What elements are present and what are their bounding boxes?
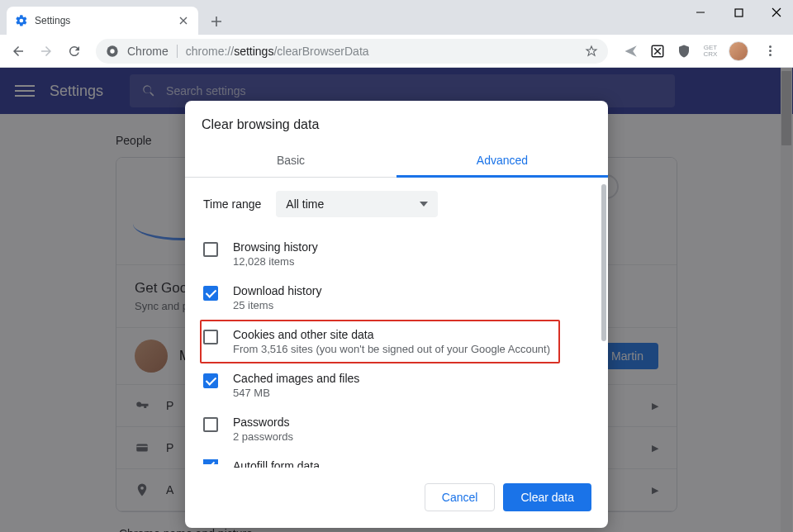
checkbox-cached[interactable] <box>203 373 218 388</box>
address-bar[interactable]: Chrome chrome://settings/clearBrowserDat… <box>96 39 608 64</box>
item-browsing-history[interactable]: Browsing history12,028 items <box>200 232 603 276</box>
forward-button[interactable] <box>35 40 58 63</box>
omnibox-url: chrome://settings/clearBrowserData <box>186 45 577 58</box>
extension-icon-shield[interactable] <box>676 43 692 59</box>
item-cached[interactable]: Cached images and files547 MB <box>200 363 603 407</box>
modal-overlay: Clear browsing data Basic Advanced Time … <box>0 68 793 532</box>
svg-point-2 <box>110 49 114 53</box>
reload-button[interactable] <box>63 40 86 63</box>
maximize-button[interactable] <box>727 3 750 21</box>
dialog-footer: Cancel Clear data <box>185 468 608 528</box>
new-tab-button[interactable] <box>205 10 228 33</box>
tab-title: Settings <box>35 15 170 26</box>
profile-avatar[interactable] <box>729 41 748 61</box>
checkbox-autofill[interactable] <box>203 459 218 464</box>
item-cookies[interactable]: Cookies and other site dataFrom 3,516 si… <box>200 320 560 363</box>
extension-icon-crx[interactable]: GET CRX <box>702 43 719 59</box>
checkbox-cookies[interactable] <box>203 330 218 344</box>
tab-advanced[interactable]: Advanced <box>396 144 608 177</box>
extensions-area: GET CRX <box>618 40 786 63</box>
window-close-button[interactable] <box>765 3 788 21</box>
browser-titlebar: Settings <box>0 0 793 35</box>
item-autofill[interactable]: Autofill form data <box>200 451 603 468</box>
time-range-select[interactable]: All time <box>276 191 438 217</box>
tab-basic[interactable]: Basic <box>185 144 396 177</box>
extension-icon-blocker[interactable] <box>649 43 666 59</box>
chevron-down-icon <box>420 202 428 207</box>
item-download-history[interactable]: Download history25 items <box>200 276 603 320</box>
cancel-button[interactable]: Cancel <box>425 483 496 511</box>
gear-icon <box>15 14 28 27</box>
svg-rect-0 <box>735 9 743 17</box>
extension-icon-sendto[interactable] <box>623 43 639 59</box>
browser-toolbar: Chrome chrome://settings/clearBrowserDat… <box>0 35 793 68</box>
checkbox-download-history[interactable] <box>203 286 218 301</box>
window-controls <box>689 3 788 21</box>
dialog-scrollbar[interactable] <box>601 184 608 461</box>
chrome-icon <box>106 45 119 58</box>
checkbox-browsing-history[interactable] <box>203 242 218 257</box>
bookmark-star-icon[interactable] <box>585 45 598 58</box>
minimize-button[interactable] <box>689 3 712 21</box>
dialog-scrollbar-thumb[interactable] <box>601 184 606 341</box>
dialog-tabs: Basic Advanced <box>185 144 608 178</box>
time-range-value: All time <box>286 197 324 211</box>
time-range-row: Time range All time <box>200 191 603 217</box>
item-passwords[interactable]: Passwords2 passwords <box>200 407 603 451</box>
clear-browsing-data-dialog: Clear browsing data Basic Advanced Time … <box>185 101 608 528</box>
close-icon[interactable] <box>177 14 190 27</box>
browser-menu-button[interactable] <box>758 40 781 63</box>
dialog-body: Time range All time Browsing history12,0… <box>185 178 608 468</box>
back-button[interactable] <box>7 40 30 63</box>
omnibox-origin: Chrome <box>127 45 178 58</box>
checkbox-passwords[interactable] <box>203 417 218 432</box>
dialog-title: Clear browsing data <box>185 101 608 144</box>
time-range-label: Time range <box>203 197 261 211</box>
clear-data-button[interactable]: Clear data <box>503 483 591 511</box>
browser-tab[interactable]: Settings <box>7 7 198 35</box>
clear-items-list: Browsing history12,028 items Download hi… <box>200 232 603 468</box>
